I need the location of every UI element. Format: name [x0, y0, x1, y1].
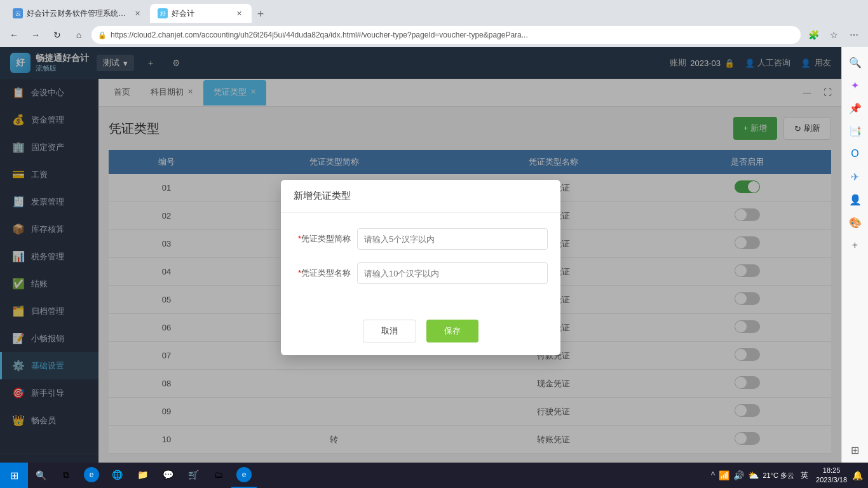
new-tab-button[interactable]: + [252, 5, 269, 23]
favorites-button[interactable]: ☆ [825, 26, 843, 44]
new-voucher-modal: 新增凭证类型 *凭证类型简称 *凭证类型名称 取消 保存 [281, 180, 560, 355]
tab-2-close[interactable]: ✕ [234, 8, 244, 18]
tab-2-label: 好会计 [172, 8, 194, 19]
ext-plus-button[interactable]: + [845, 235, 865, 255]
name-required: * [298, 268, 301, 278]
taskbar-edge[interactable]: e [79, 463, 104, 488]
task-view-icon: ⧉ [58, 467, 74, 482]
ext-grid-button[interactable]: ⊞ [845, 440, 865, 460]
ext-collections-button[interactable]: 📌 [845, 98, 865, 118]
explorer-icon: 📁 [135, 467, 150, 482]
tab-2-favicon: 好 [158, 8, 168, 18]
start-button[interactable]: ⊞ [0, 463, 28, 488]
taskbar-files[interactable]: 🗂 [206, 463, 231, 488]
name-form-group: *凭证类型名称 [294, 262, 548, 284]
taskbar-chrome[interactable]: 🌐 [104, 463, 130, 488]
wechat-icon: 💬 [160, 467, 175, 482]
app-container: 好 畅捷通好合计 流畅版 测试 ▾ + ⚙ 账期 2023-03 🔒 👤 人工咨… [0, 47, 841, 488]
tab-1-label: 好会计云财务软件管理系统_会计 [27, 8, 128, 19]
edge-2-icon: e [236, 467, 252, 482]
address-bar[interactable]: 🔒 https://cloud2.chanjet.com/accounting/… [92, 26, 801, 44]
chevron-up-icon[interactable]: ^ [711, 470, 715, 480]
abbr-input[interactable] [357, 228, 548, 250]
taskbar-wechat[interactable]: 💬 [155, 463, 180, 488]
tray-icons: ^ 📶 🔊 ⛅ 21°C 多云 英 [706, 470, 813, 481]
ext-color-button[interactable]: 🎨 [845, 212, 865, 233]
security-icon: 🔒 [98, 31, 107, 39]
weather-text: 21°C 多云 [763, 471, 794, 480]
reload-button[interactable]: ↻ [48, 26, 66, 44]
abbr-form-group: *凭证类型简称 [294, 228, 548, 250]
files-icon: 🗂 [211, 467, 226, 482]
notification-icon[interactable]: 🔔 [852, 470, 863, 480]
save-button[interactable]: 保存 [426, 320, 478, 342]
volume-icon[interactable]: 🔊 [733, 470, 744, 480]
modal-body: *凭证类型简称 *凭证类型名称 [281, 213, 560, 312]
taskbar-search[interactable]: 🔍 [28, 463, 53, 488]
network-icon[interactable]: 📶 [719, 470, 729, 480]
cancel-button[interactable]: 取消 [363, 320, 416, 342]
name-label: *凭证类型名称 [294, 268, 357, 279]
abbr-label: *凭证类型简称 [294, 233, 357, 245]
browser-extensions-panel: 🔍 ✦ 📌 📑 O ✈ 👤 🎨 + ⊞ ⚙ [841, 47, 868, 488]
lang-label: 英 [801, 470, 808, 481]
tray-clock[interactable]: 18:25 2023/3/18 [816, 466, 847, 485]
back-button[interactable]: ← [5, 26, 23, 44]
modal-footer: 取消 保存 [281, 312, 560, 355]
taskbar-explorer[interactable]: 📁 [130, 463, 155, 488]
browser-tab-2[interactable]: 好 好会计 ✕ [150, 4, 252, 23]
weather-icon[interactable]: ⛅ [748, 470, 759, 480]
ext-copilot-button[interactable]: ✦ [845, 75, 865, 95]
taskbar-task-view[interactable]: ⧉ [53, 463, 79, 488]
store-icon: 🛒 [186, 467, 201, 482]
tab-1-close[interactable]: ✕ [132, 8, 142, 18]
abbr-required: * [298, 234, 301, 243]
ext-send-button[interactable]: ✈ [845, 166, 865, 187]
extensions-button[interactable]: 🧩 [804, 26, 822, 44]
tab-1-favicon: 云 [13, 8, 23, 18]
tray-time-value: 18:25 [816, 466, 847, 475]
tray-date-value: 2023/3/18 [816, 475, 847, 485]
url-text: https://cloud2.chanjet.com/accounting/uh… [111, 30, 794, 39]
name-input[interactable] [357, 262, 548, 284]
modal-header: 新增凭证类型 [281, 180, 560, 213]
browser-tab-1[interactable]: 云 好会计云财务软件管理系统_会计 ✕ [5, 4, 150, 23]
ext-vertical-tabs-button[interactable]: 📑 [845, 121, 865, 141]
taskbar-tray: ^ 📶 🔊 ⛅ 21°C 多云 英 18:25 2023/3/18 🔔 [701, 466, 868, 485]
edge-icon: e [84, 467, 99, 482]
ext-search-button[interactable]: 🔍 [845, 52, 865, 72]
taskbar-edge-2[interactable]: e [231, 463, 257, 488]
forward-button[interactable]: → [27, 26, 44, 44]
menu-button[interactable]: ⋯ [845, 26, 863, 44]
modal-overlay: 新增凭证类型 *凭证类型简称 *凭证类型名称 取消 保存 [0, 47, 841, 488]
home-button[interactable]: ⌂ [70, 26, 88, 44]
ext-outlook-button[interactable]: O [845, 144, 865, 164]
taskbar-store[interactable]: 🛒 [180, 463, 206, 488]
taskbar-items: ⧉ e 🌐 📁 💬 🛒 🗂 e [53, 463, 257, 488]
chrome-icon: 🌐 [109, 467, 125, 482]
taskbar: ⊞ 🔍 ⧉ e 🌐 📁 💬 🛒 🗂 e ^ 📶 🔊 [0, 463, 868, 488]
ext-user-button[interactable]: 👤 [845, 189, 865, 210]
modal-title: 新增凭证类型 [294, 190, 351, 201]
